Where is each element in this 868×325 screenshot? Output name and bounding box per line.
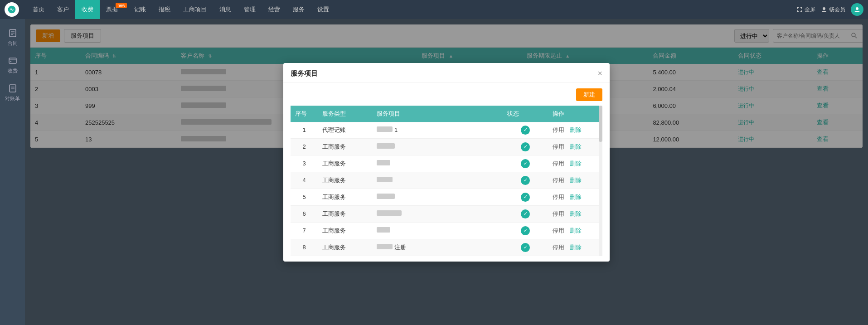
modal-cell-type: 工商服务 (318, 239, 372, 256)
status-check-icon: ✓ (521, 193, 530, 202)
scrollbar-thumb[interactable] (599, 106, 602, 142)
contract-icon (8, 28, 18, 38)
modal-cell-item (372, 205, 503, 222)
sidebar-item-contract[interactable]: 合同 (0, 24, 25, 51)
modal-cell-action: 停用 删除 (548, 222, 602, 239)
modal-table-row: 4 工商服务 ✓ 停用 删除 (291, 172, 602, 189)
modal-cell-item (372, 138, 503, 155)
scrollbar-track (599, 106, 602, 256)
stop-button[interactable]: 停用 (553, 244, 564, 251)
member-button[interactable]: 畅会员 (821, 6, 845, 14)
svg-point-2 (856, 7, 858, 10)
nav-service[interactable]: 服务 (286, 0, 311, 19)
svg-rect-10 (10, 85, 16, 92)
delete-button[interactable]: 删除 (570, 177, 582, 184)
modal-table-row: 7 工商服务 ✓ 停用 删除 (291, 222, 602, 239)
modal-cell-action: 停用 删除 (548, 172, 602, 189)
nav-operation[interactable]: 经营 (262, 0, 286, 19)
modal-table-row: 6 工商服务 ✓ 停用 删除 (291, 205, 602, 222)
modal-body: 新建 序号 服务类型 服务项目 状态 操作 (283, 83, 610, 262)
modal-col-action: 操作 (548, 106, 602, 122)
modal-cell-status: ✓ (503, 155, 548, 172)
delete-button[interactable]: 删除 (570, 210, 582, 217)
delete-button[interactable]: 删除 (570, 244, 582, 251)
stop-button[interactable]: 停用 (553, 177, 564, 184)
stop-button[interactable]: 停用 (553, 194, 564, 200)
modal-cell-seq: 5 (291, 189, 318, 205)
modal-cell-status: ✓ (503, 138, 548, 155)
modal-cell-type: 工商服务 (318, 155, 372, 172)
modal-cell-type: 工商服务 (318, 172, 372, 189)
app-logo (5, 2, 19, 17)
stop-button[interactable]: 停用 (553, 143, 564, 150)
nav-items: 首页 客户 收费 票据 new 记账 报税 工商项目 消息 管理 经营 服务 设… (26, 0, 796, 19)
modal-table: 序号 服务类型 服务项目 状态 操作 1 代理记账 1 ✓ 停用 删除 (291, 106, 602, 256)
modal-cell-item: 注册 (372, 239, 503, 256)
svg-rect-7 (9, 58, 16, 63)
modal-cell-item (372, 222, 503, 239)
content-area: 新增 服务项目 进行中 已完成 已取消 (25, 19, 868, 325)
modal-cell-action: 停用 删除 (548, 122, 602, 139)
sidebar-item-statement[interactable]: 对账单 (0, 79, 25, 107)
modal-close-button[interactable]: × (597, 69, 602, 78)
modal-cell-item: 1 (372, 122, 503, 139)
nav-fee[interactable]: 收费 (75, 0, 100, 19)
stop-button[interactable]: 停用 (553, 126, 564, 133)
nav-customer[interactable]: 客户 (51, 0, 75, 19)
status-check-icon: ✓ (521, 209, 530, 218)
stop-button[interactable]: 停用 (553, 227, 564, 234)
modal-cell-type: 工商服务 (318, 138, 372, 155)
status-check-icon: ✓ (521, 142, 530, 151)
fullscreen-button[interactable]: 全屏 (796, 6, 815, 14)
service-item-modal: 服务项目 × 新建 序号 服务类型 服务项目 状态 (283, 63, 610, 262)
new-badge: new (116, 3, 127, 8)
sidebar-label-fee: 收费 (8, 68, 18, 74)
modal-cell-status: ✓ (503, 239, 548, 256)
modal-cell-type: 代理记账 (318, 122, 372, 139)
modal-col-seq: 序号 (291, 106, 318, 122)
statement-icon (8, 83, 18, 93)
avatar[interactable] (851, 3, 863, 16)
nav-invoice[interactable]: 票据 new (100, 0, 128, 19)
nav-message[interactable]: 消息 (213, 0, 238, 19)
nav-home[interactable]: 首页 (26, 0, 51, 19)
svg-point-9 (10, 61, 11, 62)
modal-table-row: 3 工商服务 ✓ 停用 删除 (291, 155, 602, 172)
modal-table-row: 8 工商服务 注册 ✓ 停用 删除 (291, 239, 602, 256)
sidebar-item-fee[interactable]: 收费 (0, 51, 25, 79)
modal-cell-action: 停用 删除 (548, 155, 602, 172)
status-check-icon: ✓ (521, 176, 530, 185)
modal-cell-status: ✓ (503, 222, 548, 239)
modal-cell-seq: 2 (291, 138, 318, 155)
status-check-icon: ✓ (521, 159, 530, 168)
status-check-icon: ✓ (521, 126, 530, 135)
delete-button[interactable]: 删除 (570, 194, 582, 200)
stop-button[interactable]: 停用 (553, 210, 564, 217)
delete-button[interactable]: 删除 (570, 227, 582, 234)
nav-tax[interactable]: 报税 (152, 0, 177, 19)
modal-cell-status: ✓ (503, 172, 548, 189)
modal-cell-item (372, 172, 503, 189)
delete-button[interactable]: 删除 (570, 143, 582, 150)
delete-button[interactable]: 删除 (570, 160, 582, 167)
stop-button[interactable]: 停用 (553, 160, 564, 167)
status-check-icon: ✓ (521, 243, 530, 252)
nav-settings[interactable]: 设置 (311, 0, 335, 19)
modal-cell-seq: 6 (291, 205, 318, 222)
delete-button[interactable]: 删除 (570, 126, 582, 133)
nav-business[interactable]: 工商项目 (177, 0, 213, 19)
nav-manage[interactable]: 管理 (238, 0, 262, 19)
modal-cell-action: 停用 删除 (548, 239, 602, 256)
modal-cell-seq: 3 (291, 155, 318, 172)
nav-bookkeeping[interactable]: 记账 (128, 0, 152, 19)
modal-cell-seq: 8 (291, 239, 318, 256)
modal-cell-type: 工商服务 (318, 205, 372, 222)
status-check-icon: ✓ (521, 226, 530, 235)
modal-new-button[interactable]: 新建 (576, 88, 602, 101)
svg-point-1 (823, 7, 825, 10)
modal-toolbar: 新建 (291, 88, 602, 101)
modal-cell-seq: 4 (291, 172, 318, 189)
modal-cell-seq: 7 (291, 222, 318, 239)
modal-title: 服务项目 (291, 69, 318, 78)
modal-cell-status: ✓ (503, 205, 548, 222)
